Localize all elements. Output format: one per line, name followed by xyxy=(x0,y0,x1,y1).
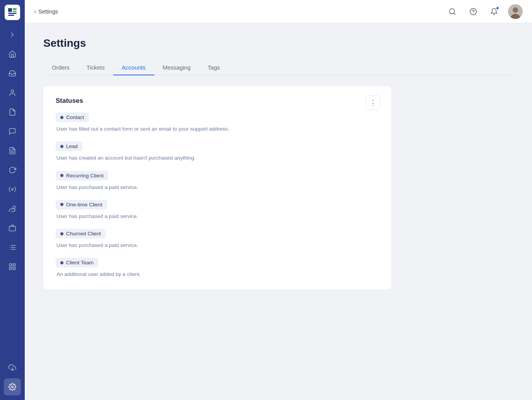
svg-rect-17 xyxy=(13,264,15,266)
user-avatar[interactable] xyxy=(508,4,523,19)
status-dot-client-team xyxy=(60,261,63,264)
status-item-recurring-client: Recurring Client User has purchased a pa… xyxy=(56,171,379,191)
svg-rect-19 xyxy=(13,267,15,270)
svg-rect-0 xyxy=(8,8,12,12)
sidebar-item-contacts[interactable] xyxy=(4,84,21,101)
status-badge-one-time-client[interactable]: One-time Client xyxy=(56,200,107,209)
svg-rect-1 xyxy=(13,8,17,10)
status-dot-lead xyxy=(60,145,63,148)
sidebar-item-inbox[interactable] xyxy=(4,65,21,82)
status-badge-churned-client[interactable]: Churned Client xyxy=(56,229,106,238)
svg-rect-4 xyxy=(8,15,14,16)
svg-rect-16 xyxy=(10,264,12,266)
tab-orders[interactable]: Orders xyxy=(43,60,78,75)
sidebar-item-home[interactable] xyxy=(4,46,21,63)
status-description-churned-client: User has purchased a paid service. xyxy=(56,242,379,249)
sidebar-item-reports[interactable] xyxy=(4,142,21,159)
notifications-button[interactable] xyxy=(487,5,501,19)
search-icon xyxy=(448,8,456,15)
app-logo[interactable] xyxy=(5,5,20,20)
status-description-lead: User has created an account but hasn't p… xyxy=(56,154,379,162)
help-button[interactable] xyxy=(466,5,480,19)
svg-rect-18 xyxy=(10,267,12,270)
sidebar-item-settings[interactable] xyxy=(4,378,21,395)
status-label-lead: Lead xyxy=(66,143,78,149)
status-label-recurring-client: Recurring Client xyxy=(66,173,104,179)
tabs-bar: Orders Tickets Accounts Messaging Tags xyxy=(43,60,513,75)
status-item-churned-client: Churned Client User has purchased a paid… xyxy=(56,229,379,249)
status-dot-churned-client xyxy=(60,232,63,235)
status-badge-lead[interactable]: Lead xyxy=(56,141,82,151)
sidebar-item-plugin[interactable] xyxy=(4,359,21,376)
sidebar-item-chat[interactable] xyxy=(4,123,21,140)
svg-point-8 xyxy=(12,189,14,191)
sidebar-item-list[interactable] xyxy=(4,239,21,256)
back-button[interactable]: ‹ Settings xyxy=(34,8,58,15)
avatar-image xyxy=(508,4,523,19)
search-button[interactable] xyxy=(445,5,459,19)
sidebar-item-forward[interactable] xyxy=(4,26,21,43)
tab-accounts[interactable]: Accounts xyxy=(113,60,154,75)
main-container: ‹ Settings Settin xyxy=(25,0,532,400)
sidebar-item-refresh[interactable] xyxy=(4,162,21,179)
status-label-client-team: Client Team xyxy=(66,260,94,266)
status-badge-recurring-client[interactable]: Recurring Client xyxy=(56,171,108,180)
help-icon xyxy=(469,8,477,15)
svg-rect-3 xyxy=(8,13,17,14)
statuses-title: Statuses xyxy=(56,97,83,105)
tab-tickets[interactable]: Tickets xyxy=(78,60,113,75)
statuses-header: Statuses ⋮ xyxy=(56,97,379,105)
sidebar-item-portfolio[interactable] xyxy=(4,220,21,237)
status-description-client-team: An additional user added by a client. xyxy=(56,271,379,278)
statuses-more-button[interactable]: ⋮ xyxy=(366,95,380,110)
sidebar xyxy=(0,0,25,400)
notification-badge xyxy=(496,6,500,10)
status-dot-one-time-client xyxy=(60,203,63,206)
status-item-one-time-client: One-time Client User has purchased a pai… xyxy=(56,200,379,220)
sidebar-item-partners[interactable] xyxy=(4,200,21,217)
svg-point-27 xyxy=(513,7,518,13)
svg-line-23 xyxy=(454,13,455,14)
page-content: Settings Orders Tickets Accounts Messagi… xyxy=(25,23,532,400)
status-label-one-time-client: One-time Client xyxy=(66,202,102,208)
back-label: Settings xyxy=(38,9,58,15)
sidebar-item-grid[interactable] xyxy=(4,258,21,275)
page-title: Settings xyxy=(43,37,513,49)
status-description-one-time-client: User has purchased a paid service. xyxy=(56,213,379,220)
status-item-lead: Lead User has created an account but has… xyxy=(56,141,379,162)
topbar-icons xyxy=(445,4,523,19)
tab-messaging[interactable]: Messaging xyxy=(154,60,200,75)
svg-rect-2 xyxy=(13,11,17,12)
status-badge-contact[interactable]: Contact xyxy=(56,112,89,122)
status-dot-contact xyxy=(60,116,63,119)
status-item-client-team: Client Team An additional user added by … xyxy=(56,258,379,278)
status-dot-recurring-client xyxy=(60,174,63,177)
back-arrow-icon: ‹ xyxy=(34,8,36,15)
sidebar-item-integrations[interactable] xyxy=(4,181,21,198)
status-item-contact: Contact User has filled out a contact fo… xyxy=(56,112,379,133)
svg-rect-9 xyxy=(9,226,16,231)
status-label-contact: Contact xyxy=(66,114,84,120)
tab-tags[interactable]: Tags xyxy=(199,60,228,75)
status-description-contact: User has filled out a contact form or se… xyxy=(56,125,379,133)
sidebar-item-documents[interactable] xyxy=(4,104,21,121)
svg-point-24 xyxy=(470,8,477,15)
svg-point-5 xyxy=(11,90,14,93)
svg-point-21 xyxy=(12,386,14,388)
status-label-churned-client: Churned Client xyxy=(66,231,101,237)
topbar: ‹ Settings xyxy=(25,0,532,23)
status-description-recurring-client: User has purchased a paid service. xyxy=(56,184,379,191)
status-badge-client-team[interactable]: Client Team xyxy=(56,258,98,267)
statuses-card: Statuses ⋮ Contact User has filled out a… xyxy=(43,86,391,289)
